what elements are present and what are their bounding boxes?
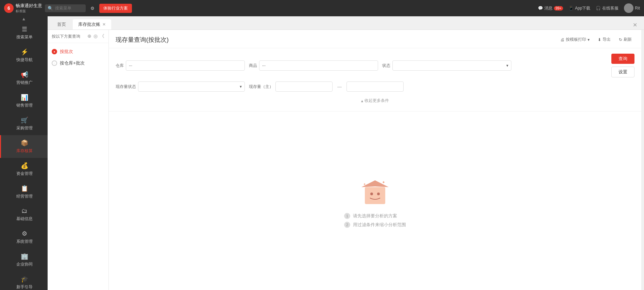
tab-close-icon[interactable]: ✕ <box>102 22 106 27</box>
print-chevron <box>588 37 590 42</box>
status-select[interactable] <box>392 60 511 71</box>
empty-state: ✦ ✦ 1 请先选择要分析的方案 2 用过滤条件来缩小分析范围 <box>109 111 641 290</box>
sidebar: ▲ ☰ 搜索菜单 ⚡ 快捷导航 📢 营销推广 📊 销售管理 🛒 采购管理 📦 库… <box>0 16 48 290</box>
empty-hint-2: 2 用过滤条件来缩小分析范围 <box>344 222 406 228</box>
product-label: 商品 <box>249 63 257 69</box>
company-info: 畅康通好生意 标准版 <box>16 3 42 14</box>
scheme-item-by-warehouse-batch[interactable]: ○ 按仓库+批次 <box>48 57 108 69</box>
user-name: Rit <box>635 6 640 11</box>
hint-text-2: 用过滤条件来缩小分析范围 <box>353 222 406 228</box>
print-label: 按模板打印 <box>566 37 586 42</box>
print-icon: 🖨 <box>560 37 564 42</box>
print-btn[interactable]: 🖨 按模板打印 <box>558 35 592 44</box>
graduation-icon: 🎓 <box>21 275 28 283</box>
search-icon: ☰ <box>22 25 27 33</box>
filter-area: 仓库 ··· 商品 ··· 状态 <box>109 48 641 111</box>
scheme-add-btn[interactable]: ⊕ <box>87 33 91 39</box>
sidebar-label-newbie: 新手引导 <box>16 284 33 290</box>
scheme-dot-active: ● <box>52 49 57 54</box>
sidebar-item-purchase[interactable]: 🛒 采购管理 <box>0 112 48 135</box>
scheme-header-actions: ⊕ ◎ 《 <box>87 33 104 39</box>
cart-icon: 🛒 <box>21 116 28 124</box>
right-scrollbar[interactable] <box>641 30 644 290</box>
app-download-btn[interactable]: 📱 App下载 <box>569 5 590 11</box>
scheme-item-by-warehouse-batch-label: 按仓库+批次 <box>60 60 85 66</box>
sidebar-item-quick-nav[interactable]: ⚡ 快捷导航 <box>0 44 48 67</box>
settings-button[interactable]: 设置 <box>611 67 634 77</box>
sidebar-label-system: 系统管理 <box>16 239 33 244</box>
svg-rect-0 <box>365 187 385 204</box>
sidebar-item-operations[interactable]: 📋 经营管理 <box>0 181 48 203</box>
top-bar-search-box[interactable]: 🔍 <box>45 4 86 12</box>
export-btn[interactable]: ⬇ 导出 <box>595 35 613 44</box>
warehouse-input[interactable]: ··· <box>126 60 245 71</box>
sidebar-item-sales[interactable]: 📊 销售管理 <box>0 90 48 112</box>
sidebar-label-search: 搜索菜单 <box>16 34 33 40</box>
sidebar-scroll-up[interactable]: ▲ <box>0 16 48 21</box>
scheme-item-by-batch[interactable]: ● 按批次 <box>48 46 108 57</box>
filter-product: 商品 ··· <box>249 60 378 71</box>
online-service-label: 在线客服 <box>602 5 618 11</box>
inventory-status-chevron <box>240 84 242 89</box>
sidebar-item-finance[interactable]: 💰 资金管理 <box>0 158 48 181</box>
messages-label: 消息 <box>544 5 553 11</box>
sidebar-item-system[interactable]: ⚙ 系统管理 <box>0 226 48 249</box>
filter-row-1: 仓库 ··· 商品 ··· 状态 <box>116 54 634 77</box>
tab-home[interactable]: 首页 <box>52 19 71 30</box>
inventory-qty-max[interactable] <box>346 81 404 92</box>
search-input[interactable] <box>55 6 82 11</box>
refresh-btn[interactable]: ↻ 刷新 <box>616 35 634 44</box>
money-icon: 💰 <box>21 162 28 169</box>
refresh-label: 刷新 <box>624 37 632 42</box>
query-button[interactable]: 查询 <box>611 54 634 64</box>
sidebar-label-purchase: 采购管理 <box>16 125 33 131</box>
scheme-list: ● 按批次 ○ 按仓库+批次 <box>48 43 108 72</box>
query-buttons: 查询 设置 <box>611 54 634 77</box>
megaphone-icon: 📢 <box>21 71 28 78</box>
inventory-qty-label: 现存量（主） <box>249 84 273 90</box>
sidebar-item-newbie[interactable]: 🎓 新手引导 <box>0 271 48 290</box>
status-chevron <box>506 63 508 68</box>
avatar <box>624 3 633 13</box>
sidebar-item-enterprise[interactable]: 🏢 企业协同 <box>0 249 48 271</box>
top-bar: 6 畅康通好生意 标准版 🔍 ⚙ 体验行业方案 💬 消息 99+ 📱 App下载… <box>0 0 644 16</box>
hint-num-1: 1 <box>344 213 350 219</box>
sidebar-item-search[interactable]: ☰ 搜索菜单 <box>0 21 48 44</box>
scheme-collapse-btn[interactable]: 《 <box>100 33 104 39</box>
main-layout: ▲ ☰ 搜索菜单 ⚡ 快捷导航 📢 营销推广 📊 销售管理 🛒 采购管理 📦 库… <box>0 16 644 290</box>
product-input[interactable]: ··· <box>259 60 378 71</box>
svg-point-2 <box>370 193 373 195</box>
sidebar-item-basics[interactable]: 🗂 基础信息 <box>0 203 48 226</box>
scheme-panel: 按以下方案查询 ⊕ ◎ 《 ● 按批次 ○ 按仓库+批次 <box>48 30 109 290</box>
app-download-label: App下载 <box>575 5 590 11</box>
tab-inventory-batch[interactable]: 库存批次账 ✕ <box>73 19 111 30</box>
std-label: 标准版 <box>16 9 42 14</box>
filter-row-2: 现存量状态 现存量（主） — <box>116 81 634 92</box>
collapse-row[interactable]: 收起更多条件 <box>116 96 634 106</box>
panel-close-button[interactable]: ✕ <box>630 20 640 30</box>
experience-btn[interactable]: 体验行业方案 <box>99 4 132 13</box>
empty-hints: 1 请先选择要分析的方案 2 用过滤条件来缩小分析范围 <box>344 213 406 228</box>
online-service-btn[interactable]: 🎧 在线客服 <box>596 5 618 11</box>
sidebar-label-inventory: 库存核算 <box>16 148 33 154</box>
tab-inventory-batch-label: 库存批次账 <box>78 21 100 28</box>
empty-svg: ✦ ✦ <box>358 174 392 207</box>
lightning-icon: ⚡ <box>21 48 28 56</box>
scheme-settings-btn[interactable]: ◎ <box>94 33 98 39</box>
sidebar-label-basics: 基础信息 <box>16 216 33 222</box>
sidebar-item-inventory[interactable]: 📦 库存核算 <box>0 135 48 158</box>
messages-btn[interactable]: 💬 消息 99+ <box>538 5 563 11</box>
sidebar-item-marketing[interactable]: 📢 营销推广 <box>0 67 48 90</box>
export-label: 导出 <box>603 37 611 42</box>
inventory-status-select[interactable] <box>138 81 245 92</box>
inventory-qty-min[interactable] <box>275 81 333 92</box>
warehouse-label: 仓库 <box>116 63 124 69</box>
tab-home-label: 首页 <box>57 21 66 28</box>
sidebar-label-marketing: 营销推广 <box>16 80 33 86</box>
sidebar-label-enterprise: 企业协同 <box>16 261 33 267</box>
user-area[interactable]: Rit <box>624 3 640 13</box>
svg-text:✦: ✦ <box>363 182 366 186</box>
folder-icon: 🗂 <box>21 207 28 215</box>
export-icon: ⬇ <box>598 37 601 42</box>
gear-button[interactable]: ⚙ <box>88 4 97 12</box>
